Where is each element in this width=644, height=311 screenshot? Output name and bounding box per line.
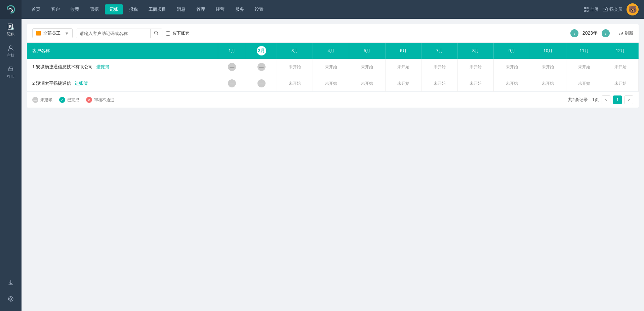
month-cell-11: 未开始 (566, 75, 602, 92)
status-not-started: 未开始 (361, 81, 373, 86)
status-not-started: 未开始 (470, 65, 482, 69)
month-cell-5: 未开始 (349, 59, 385, 75)
chevron-down-icon: ▼ (65, 31, 69, 36)
content-area: 🟧 全部员工 ▼ 名下账套 (22, 19, 644, 311)
status-not-started: 未开始 (289, 81, 301, 86)
month-cell-2: — (246, 75, 277, 92)
status-not-started: 未开始 (434, 81, 446, 86)
status-not-started: 未开始 (506, 81, 518, 86)
col-month-6: 6月 (385, 43, 421, 59)
enter-ledger-link[interactable]: 进账簿 (96, 64, 110, 69)
sidebar-bottom (5, 275, 16, 311)
refresh-icon (618, 31, 623, 36)
month-cell-3: 未开始 (277, 59, 313, 75)
legend-not-built-dot: — (32, 97, 38, 103)
shenhe-icon (5, 43, 16, 53)
main-area: 首页 客户 收费 票据 记账 报税 工商项目 消息 管理 经营 服务 设置 全屏 (22, 0, 644, 311)
my-account-checkbox[interactable] (166, 31, 170, 36)
svg-rect-20 (587, 10, 588, 11)
table-body: 1 安徽畅捷通信息技术有限公司 进账簿——未开始未开始未开始未开始未开始未开始未… (27, 59, 639, 92)
svg-point-10 (12, 69, 13, 70)
month-cell-4: 未开始 (313, 75, 349, 92)
enter-ledger-link[interactable]: 进账簿 (75, 81, 88, 86)
col-month-8: 8月 (457, 43, 494, 59)
table-row: 2 漠澜太平畅捷通信 进账簿——未开始未开始未开始未开始未开始未开始未开始未开始… (27, 75, 639, 92)
col-customer-name: 客户名称 (27, 43, 218, 59)
status-not-started: 未开始 (614, 81, 627, 86)
nav-account[interactable]: 记账 (105, 4, 123, 14)
sidebar-label-shenhe: 审核 (7, 53, 14, 58)
prev-year-button[interactable]: ‹ (570, 29, 578, 37)
year-nav: ‹ 2023年 › (570, 29, 610, 37)
staff-select[interactable]: 🟧 全部员工 ▼ (32, 28, 73, 38)
status-dash-icon: — (228, 63, 236, 71)
nav-tax[interactable]: 报税 (124, 4, 143, 14)
month-cell-7: 未开始 (421, 59, 458, 75)
status-dash-icon: — (228, 79, 236, 87)
sidebar-item-jizhang[interactable]: 记账 (0, 19, 22, 40)
nav-home[interactable]: 首页 (27, 4, 45, 14)
month-cell-3: 未开始 (277, 75, 313, 92)
nav-message[interactable]: 消息 (172, 4, 190, 14)
legend-completed-dot: ✓ (59, 97, 65, 103)
status-not-started: 未开始 (578, 65, 590, 69)
nav-setting[interactable]: 设置 (250, 4, 268, 14)
svg-point-7 (9, 46, 12, 48)
sidebar-item-dayin[interactable]: 打印 (0, 61, 22, 82)
sidebar-label-jizhang: 记账 (7, 32, 14, 37)
month-cell-6: 未开始 (385, 75, 421, 92)
month-cell-10: 未开始 (530, 59, 566, 75)
status-not-started: 未开始 (542, 65, 554, 69)
fullscreen-icon (584, 7, 589, 12)
my-account-checkbox-label[interactable]: 名下账套 (166, 30, 190, 36)
month-cell-1: — (218, 59, 246, 75)
topnav-items: 首页 客户 收费 票据 记账 报税 工商项目 消息 管理 经营 服务 设置 (27, 4, 584, 14)
col-month-2: 2月 (246, 43, 277, 59)
svg-line-24 (157, 34, 159, 35)
refresh-button[interactable]: 刷新 (618, 30, 633, 36)
status-not-started: 未开始 (289, 65, 301, 69)
status-not-started: 未开始 (470, 81, 482, 86)
status-not-started: 未开始 (578, 81, 590, 86)
nav-manage[interactable]: 管理 (192, 4, 210, 14)
sidebar-label-dayin: 打印 (7, 74, 14, 79)
status-not-started: 未开始 (361, 65, 373, 69)
svg-rect-17 (584, 7, 586, 9)
customer-name: 漠澜太平畅捷通信 (36, 81, 71, 86)
month-cell-2: — (246, 59, 277, 75)
nav-invoice[interactable]: 票据 (85, 4, 104, 14)
app-logo[interactable] (0, 0, 22, 19)
avatar[interactable]: 🐻 (627, 3, 639, 15)
search-button[interactable] (150, 29, 162, 38)
month-cell-8: 未开始 (457, 75, 494, 92)
page-1-button[interactable]: 1 (613, 95, 622, 104)
month-cell-5: 未开始 (349, 75, 385, 92)
sidebar-item-download[interactable] (5, 275, 16, 291)
nav-customer[interactable]: 客户 (46, 4, 65, 14)
month-cell-4: 未开始 (313, 59, 349, 75)
table-footer: — 未建账 ✓ 已完成 ✕ 审核不通过 共2条记录，1页 < 1 > (27, 92, 639, 108)
vip-button[interactable]: 畅会员 (603, 6, 622, 12)
svg-point-12 (10, 298, 12, 300)
sidebar-item-shenhe[interactable]: 审核 (0, 40, 22, 61)
table-row: 1 安徽畅捷通信息技术有限公司 进账簿——未开始未开始未开始未开始未开始未开始未… (27, 59, 639, 75)
staff-select-label: 全部员工 (43, 30, 61, 36)
col-month-7: 7月 (421, 43, 458, 59)
prev-page-button[interactable]: < (602, 95, 610, 104)
search-input[interactable] (76, 29, 150, 38)
dayin-icon (5, 65, 16, 74)
next-page-button[interactable]: > (625, 95, 633, 104)
topnav: 首页 客户 收费 票据 记账 报税 工商项目 消息 管理 经营 服务 设置 全屏 (22, 0, 644, 19)
month-cell-6: 未开始 (385, 59, 421, 75)
nav-bizitem[interactable]: 工商项目 (144, 4, 171, 14)
nav-operate[interactable]: 经营 (211, 4, 229, 14)
next-year-button[interactable]: › (602, 29, 610, 37)
month-cell-10: 未开始 (530, 75, 566, 92)
legend-completed-label: 已完成 (67, 97, 79, 103)
pagination: 共2条记录，1页 < 1 > (568, 95, 633, 104)
nav-fee[interactable]: 收费 (66, 4, 84, 14)
month-cell-8: 未开始 (457, 59, 494, 75)
fullscreen-button[interactable]: 全屏 (584, 6, 599, 12)
nav-service[interactable]: 服务 (231, 4, 249, 14)
sidebar-item-support[interactable] (5, 291, 16, 307)
